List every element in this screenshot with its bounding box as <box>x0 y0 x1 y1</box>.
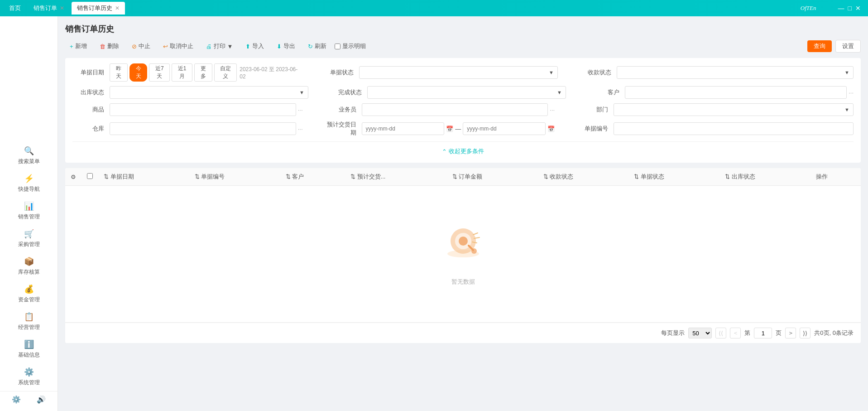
sidebar-icon-basic-info: ℹ️ <box>24 339 34 349</box>
sidebar-item-quick-nav[interactable]: ⚡ 快捷导航 <box>4 170 54 197</box>
toolbar-btn-delete[interactable]: 🗑删除 <box>95 40 124 52</box>
filter-warehouse-input[interactable] <box>110 122 296 135</box>
toolbar-btn-export[interactable]: ⬇导出 <box>272 40 300 52</box>
empty-text: 暂无数据 <box>451 278 475 286</box>
filter-label-department: 部门 <box>576 106 608 114</box>
filter-label-customer: 客户 <box>588 88 619 97</box>
tab-sales-order[interactable]: 销售订单✕ <box>28 2 70 15</box>
svg-line-6 <box>473 233 478 235</box>
col-doc-no[interactable]: ⇅ 单据编号 <box>189 168 280 186</box>
filter-doc-no-input[interactable] <box>614 122 854 135</box>
sidebar-item-inventory-check[interactable]: 📦 库存核算 <box>4 253 54 280</box>
filter-label-out-status: 出库状态 <box>72 88 104 97</box>
total-label: 共0页, 0条记录 <box>814 329 854 337</box>
collapse-btn[interactable]: ⌃ 收起更多条件 <box>72 145 854 157</box>
tab-close-sales-order-history[interactable]: ✕ <box>115 5 120 11</box>
table-header-row: ⚙ ⇅ 单据日期 ⇅ 单据编号 ⇅ 客户 <box>65 168 861 186</box>
toolbar-btn-refresh[interactable]: ↻刷新 <box>303 40 331 52</box>
first-page-btn[interactable]: ⟨⟨ <box>715 328 726 338</box>
col-estimated-delivery[interactable]: ⇅ 预计交货... <box>345 168 447 186</box>
last-page-btn[interactable]: ⟩⟩ <box>800 328 810 338</box>
sidebar-item-sales-mgmt[interactable]: 📊 销售管理 <box>4 198 54 224</box>
sidebar-item-purchase-mgmt[interactable]: 🛒 采购管理 <box>4 225 54 252</box>
table-wrapper: ⚙ ⇅ 单据日期 ⇅ 单据编号 ⇅ 客户 <box>65 168 861 343</box>
cal-icon-start[interactable]: 📅 <box>446 126 453 132</box>
close-btn[interactable]: ✕ <box>855 5 861 12</box>
sidebar-item-ops-mgmt[interactable]: 📋 经营管理 <box>4 308 54 335</box>
filter-product-input[interactable] <box>110 103 296 116</box>
delivery-date-start[interactable] <box>362 122 445 135</box>
filter-salesperson-input[interactable] <box>362 103 548 116</box>
complete-status-chevron: ▼ <box>557 90 562 95</box>
sidebar: 🔍 搜索菜单 ⚡ 快捷导航 📊 销售管理 🛒 采购管理 📦 库存核算 💰 资金管… <box>0 16 58 411</box>
cal-icon-end[interactable]: 📅 <box>547 126 555 132</box>
filter-label-doc-no: 单据编号 <box>576 125 608 133</box>
next-page-btn[interactable]: ＞ <box>785 328 796 338</box>
date-btn-1month[interactable]: 近1月 <box>172 63 192 82</box>
delivery-date-end[interactable] <box>463 122 546 135</box>
date-btn-yesterday[interactable]: 昨天 <box>110 63 128 82</box>
warehouse-dots[interactable]: ··· <box>298 126 303 132</box>
tab-sales-order-history[interactable]: 销售订单历史✕ <box>72 2 125 15</box>
filter-out-status[interactable]: ▼ <box>110 86 308 99</box>
toolbar: +新增🗑删除⊘中止↩取消中止🖨打印 ▼⬆导入⬇导出↻刷新 显示明细 查询 设置 <box>65 40 861 53</box>
sidebar-icon-ops-mgmt: 📋 <box>24 312 34 322</box>
sidebar-label-system-mgmt: 系统管理 <box>18 379 40 387</box>
display-toggle-label[interactable]: 显示明细 <box>342 42 366 50</box>
col-out-status[interactable]: ⇅ 出库状态 <box>719 168 810 186</box>
filter-complete-status[interactable]: ▼ <box>367 86 566 99</box>
salesperson-dots[interactable]: ··· <box>550 106 555 113</box>
col-doc-status[interactable]: ⇅ 单据状态 <box>628 168 719 186</box>
sidebar-item-basic-info[interactable]: ℹ️ 基础信息 <box>4 336 54 363</box>
top-tabs: 首页销售订单✕销售订单历史✕ <box>4 0 125 16</box>
toolbar-btn-new[interactable]: +新增 <box>65 40 91 52</box>
sidebar-item-search-menu[interactable]: 🔍 搜索菜单 <box>4 142 54 169</box>
table-checkbox-header[interactable] <box>82 168 98 186</box>
minimize-btn[interactable]: — <box>838 5 844 12</box>
table-settings-icon: ⚙ <box>71 174 76 180</box>
sidebar-item-finance-mgmt[interactable]: 💰 资金管理 <box>4 280 54 307</box>
current-page-input[interactable] <box>754 328 772 338</box>
tab-label-sales-order-history: 销售订单历史 <box>77 4 112 12</box>
col-doc-date[interactable]: ⇅ 单据日期 <box>98 168 189 186</box>
filter-label-delivery-date: 预计交货日期 <box>325 121 356 137</box>
toolbar-btn-import[interactable]: ⬆导入 <box>241 40 269 52</box>
date-btn-custom[interactable]: 自定义 <box>214 63 237 82</box>
toolbar-label-export: 导出 <box>283 42 295 50</box>
sidebar-label-purchase-mgmt: 采购管理 <box>18 241 40 248</box>
toolbar-btn-print[interactable]: 🖨打印 ▼ <box>201 40 238 52</box>
filter-doc-status[interactable]: ▼ <box>359 66 558 79</box>
settings-button[interactable]: 设置 <box>835 40 861 53</box>
date-btn-7days[interactable]: 近7天 <box>149 63 170 82</box>
toolbar-btn-cancel-stop[interactable]: ↩取消中止 <box>158 40 198 52</box>
payment-status-chevron: ▼ <box>844 70 849 75</box>
page-size-select[interactable]: 50 10 20 100 <box>688 328 712 338</box>
date-btn-today[interactable]: 今天 <box>129 63 148 82</box>
select-all-checkbox[interactable] <box>87 173 93 179</box>
table-settings-header[interactable]: ⚙ <box>65 168 82 186</box>
display-toggle: 显示明细 <box>335 42 366 50</box>
maximize-btn[interactable]: □ <box>848 5 852 12</box>
date-btn-more[interactable]: 更多 <box>194 63 212 82</box>
query-button[interactable]: 查询 <box>807 40 832 52</box>
tab-close-sales-order[interactable]: ✕ <box>60 5 64 11</box>
col-payment-status[interactable]: ⇅ 收款状态 <box>538 168 629 186</box>
settings-icon[interactable]: ⚙️ <box>12 395 21 404</box>
filter-department[interactable]: ▼ <box>614 103 854 116</box>
sidebar-item-system-mgmt[interactable]: ⚙️ 系统管理 <box>4 363 54 390</box>
product-dots[interactable]: ··· <box>298 106 303 113</box>
col-customer[interactable]: ⇅ 客户 <box>280 168 345 186</box>
col-operations: 操作 <box>810 168 861 186</box>
prev-page-btn[interactable]: ＜ <box>730 328 741 338</box>
filter-customer-input[interactable] <box>625 86 847 99</box>
tab-home[interactable]: 首页 <box>4 2 26 15</box>
toolbar-btn-stop[interactable]: ⊘中止 <box>127 40 155 52</box>
filter-payment-status[interactable]: ▼ <box>617 66 854 79</box>
display-toggle-checkbox[interactable] <box>335 44 340 49</box>
top-bar: 首页销售订单✕销售订单历史✕ OfTEn — □ ✕ <box>0 0 868 16</box>
col-order-amount[interactable]: ⇅ 订单金额 <box>447 168 538 186</box>
content-area: 销售订单历史 +新增🗑删除⊘中止↩取消中止🖨打印 ▼⬆导入⬇导出↻刷新 显示明细… <box>58 16 868 411</box>
toolbar-label-import: 导入 <box>252 42 264 50</box>
volume-icon[interactable]: 🔊 <box>37 395 46 404</box>
customer-dots[interactable]: ··· <box>849 89 854 96</box>
